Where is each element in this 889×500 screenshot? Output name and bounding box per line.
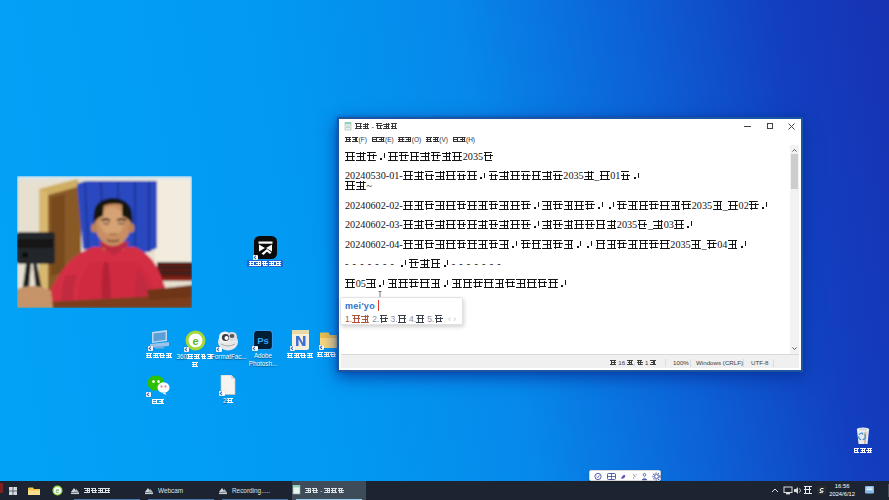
svg-text:Ps: Ps (257, 335, 269, 346)
svg-text:e: e (56, 487, 60, 494)
svg-text:e: e (192, 335, 198, 347)
